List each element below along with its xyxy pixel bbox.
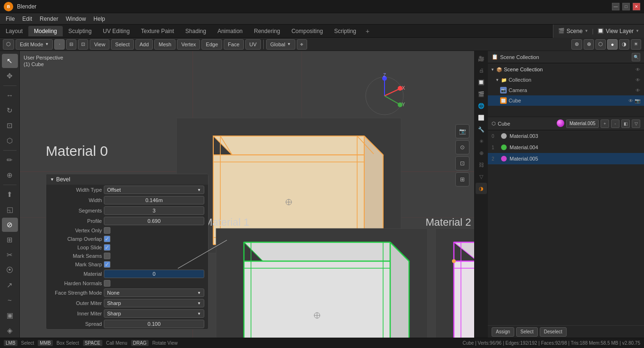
material-icon-btn[interactable]: ◑ (476, 183, 487, 194)
harden-checkbox[interactable] (104, 280, 110, 287)
menu-window[interactable]: Window (62, 15, 90, 23)
mat-new-btn[interactable]: + (601, 119, 609, 128)
outer-miter-select[interactable]: Sharp ▼ (104, 299, 204, 307)
local-global-btn[interactable]: ⊡ (455, 156, 469, 170)
modifier-icon-btn[interactable]: 🔧 (476, 124, 487, 135)
mat-name-field[interactable]: Material.005 (566, 119, 599, 128)
move-tool-btn[interactable]: ↔ (2, 88, 18, 102)
scene-coll-eye[interactable]: 👁 (636, 67, 640, 72)
editor-type-btn[interactable]: ⬡ (3, 39, 14, 50)
menu-help[interactable]: Help (90, 15, 109, 23)
render-icon-btn[interactable]: 🎥 (476, 53, 487, 64)
tab-texture-paint[interactable]: Texture Paint (135, 26, 180, 36)
mesh-btn[interactable]: Mesh (154, 39, 176, 50)
add-btn[interactable]: Add (135, 39, 153, 50)
data-icon-btn[interactable]: ▽ (476, 171, 487, 182)
width-input[interactable]: 0.146m (104, 196, 204, 204)
camera-view-btn[interactable]: 📷 (455, 124, 469, 138)
transform-tool-btn[interactable]: ⬡ (2, 134, 18, 148)
assign-btn[interactable]: Assign (492, 327, 514, 337)
mat-row-1[interactable]: 1 Material.004 (488, 142, 644, 153)
view-layer-btn[interactable]: 🎬 Scene ▼ | 🔲 View Layer ▼ (553, 25, 644, 38)
spread-input[interactable]: 0.100 (104, 320, 204, 328)
view-layer-icon-btn[interactable]: 🔲 (476, 76, 487, 88)
edge-btn[interactable]: Edge (201, 39, 222, 50)
physics-icon-btn[interactable]: ⊕ (476, 147, 487, 159)
outline-cube[interactable]: ⬜ Cube 👁 📷 (488, 95, 644, 106)
tab-add[interactable]: + (362, 26, 373, 36)
tab-uv-editing[interactable]: UV Editing (97, 26, 135, 36)
perspective-ortho-btn[interactable]: ⊙ (455, 140, 469, 154)
particles-icon-btn[interactable]: ✳ (476, 136, 487, 147)
tab-animation[interactable]: Animation (212, 26, 248, 36)
loopcut-btn[interactable]: ⊞ (2, 233, 18, 247)
cube-render[interactable]: 📷 (635, 98, 640, 103)
gizmo-btn[interactable]: ⊕ (584, 39, 594, 50)
mode-select[interactable]: Edit Mode ▼ (16, 39, 53, 50)
width-type-select[interactable]: Offset ▼ (104, 186, 204, 194)
output-icon-btn[interactable]: 🖨 (476, 65, 487, 76)
knife-btn[interactable]: ✂ (2, 248, 18, 262)
scale-tool-btn[interactable]: ⊡ (2, 119, 18, 133)
mat-filter-btn[interactable]: ▽ (632, 119, 640, 128)
camera-eye[interactable]: 👁 (636, 88, 640, 93)
uv-btn[interactable]: UV (245, 39, 261, 50)
polybuild-btn[interactable]: ⦿ (2, 263, 18, 277)
mark-seams-checkbox[interactable] (104, 253, 110, 259)
loop-slide-checkbox[interactable]: ✓ (104, 244, 110, 251)
segments-input[interactable]: 3 (104, 206, 204, 215)
mat-row-2[interactable]: 2 Material.005 (488, 153, 644, 164)
rotate-tool-btn[interactable]: ↻ (2, 103, 18, 118)
vertex-btn[interactable]: Vertex (177, 39, 200, 50)
select-material-btn[interactable]: Select (516, 327, 538, 337)
nav-gizmo[interactable]: Z X Y (361, 72, 408, 119)
view-btn[interactable]: View (90, 39, 109, 50)
tab-scripting[interactable]: Scripting (328, 26, 362, 36)
vertex-only-checkbox[interactable] (104, 227, 110, 234)
object-icon-btn[interactable]: ⬜ (476, 112, 487, 123)
mat-row-0[interactable]: 0 Material.003 (488, 130, 644, 142)
blender-logo[interactable]: B (4, 2, 13, 11)
tab-sculpting[interactable]: Sculpting (63, 26, 97, 36)
outline-scene-collection[interactable]: ▼ 📦 Scene Collection 👁 (488, 64, 644, 75)
tab-layout[interactable]: Layout (0, 26, 28, 36)
transform-btn[interactable]: Global ▼ (266, 39, 295, 50)
edge-display-btn[interactable]: ⊟ (66, 39, 76, 50)
face-display-btn[interactable]: ⊡ (78, 39, 88, 50)
mark-sharp-checkbox[interactable]: ✓ (104, 261, 110, 268)
outline-camera[interactable]: 📷 Camera 👁 (488, 85, 644, 95)
overlay-btn[interactable]: ⊛ (571, 39, 582, 50)
bevel-header[interactable]: ▼ Bevel (46, 174, 208, 185)
annotate-btn[interactable]: ✏ (2, 153, 18, 167)
minimize-btn[interactable]: — (612, 3, 619, 10)
face-btn[interactable]: Face (224, 39, 243, 50)
close-btn[interactable]: ✕ (633, 3, 640, 10)
menu-file[interactable]: File (2, 15, 18, 23)
extrude-btn[interactable]: ⬆ (2, 187, 18, 202)
cursor-tool-btn[interactable]: ↖ (2, 54, 18, 68)
vert-btn[interactable]: · (54, 39, 65, 50)
face-strength-select[interactable]: None ▼ (104, 289, 204, 297)
coll-eye[interactable]: 👁 (636, 77, 640, 83)
scene-icon-btn[interactable]: 🎬 (476, 88, 487, 100)
viewport-shading-rendered[interactable]: ☀ (631, 39, 641, 50)
profile-input[interactable]: 0.690 (104, 217, 204, 225)
measure-btn[interactable]: ⊕ (2, 168, 18, 182)
clamp-checkbox[interactable]: ✓ (104, 236, 110, 242)
viewport-shading-material[interactable]: ◑ (619, 39, 629, 50)
shear-btn[interactable]: ▣ (2, 308, 18, 323)
bevel-btn[interactable]: ⊘ (2, 218, 18, 232)
material-input[interactable]: 0 (104, 270, 204, 278)
menu-render[interactable]: Render (36, 15, 62, 23)
outline-collection[interactable]: ▼ 📁 Collection 👁 (488, 75, 644, 85)
view-all-btn[interactable]: ⊞ (455, 172, 469, 187)
maximize-btn[interactable]: □ (622, 3, 630, 10)
viewport-shading-solid[interactable]: ● (607, 39, 618, 50)
tab-modeling[interactable]: Modeling (28, 26, 63, 36)
inner-miter-select[interactable]: Sharp ▼ (104, 309, 204, 318)
mat-copy-btn[interactable]: ◧ (621, 119, 630, 128)
move-cursor-btn[interactable]: ✥ (2, 69, 18, 83)
world-icon-btn[interactable]: 🌐 (476, 100, 487, 111)
menu-edit[interactable]: Edit (18, 15, 36, 23)
tab-rendering[interactable]: Rendering (248, 26, 285, 36)
